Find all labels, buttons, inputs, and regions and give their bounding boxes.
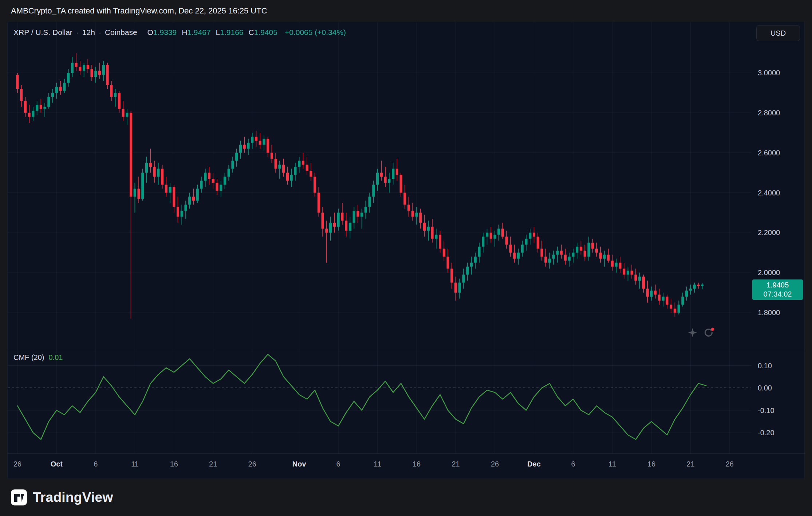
price-scale-label: 1.8000: [758, 308, 780, 317]
tradingview-logo-icon[interactable]: [11, 489, 27, 505]
price-scale-label: 2.0000: [758, 268, 780, 277]
time-axis-label: 6: [336, 460, 340, 468]
currency-toggle-button[interactable]: USD: [756, 25, 800, 41]
time-axis-label: 16: [413, 460, 421, 468]
refresh-icon[interactable]: [703, 327, 714, 338]
indicator-legend: CMF (20) 0.01: [13, 353, 63, 362]
high-label: H: [182, 28, 187, 37]
indicator-name[interactable]: CMF (20): [13, 353, 44, 362]
price-scale-label: 2.8000: [758, 108, 780, 117]
chart-canvas[interactable]: [8, 22, 805, 479]
price-scale-label: 2.4000: [758, 188, 780, 197]
time-axis-label: 6: [94, 460, 98, 468]
time-axis-label: 26: [726, 460, 734, 468]
price-scale-label: 2.2000: [758, 228, 780, 237]
low-label: L: [216, 28, 220, 37]
symbol-name[interactable]: XRP / U.S. Dollar: [13, 28, 72, 37]
indicator-scale-label: 0.00: [758, 384, 772, 392]
attribution-bar: AMBCrypto_TA created with TradingView.co…: [0, 0, 812, 22]
change-value: +0.0065 (+0.34%): [285, 28, 346, 37]
time-axis-label: 11: [131, 460, 139, 468]
price-scale-label: 2.6000: [758, 148, 780, 157]
time-axis-label: 21: [452, 460, 460, 468]
time-axis-label: 16: [647, 460, 655, 468]
interval-label[interactable]: 12h: [82, 28, 95, 37]
low-value: 1.9166: [220, 28, 243, 37]
ohlc-readout: O1.9339 H1.9467 L1.9166 C1.9405: [144, 28, 277, 37]
sparkle-icon[interactable]: [687, 327, 698, 338]
exchange-label[interactable]: Coinbase: [105, 28, 137, 37]
high-value: 1.9467: [187, 28, 210, 37]
time-axis-label: 21: [209, 460, 217, 468]
time-axis-month-label: Dec: [527, 460, 541, 468]
price-scale[interactable]: 1.9405 07:34:02 3.00002.80002.60002.4000…: [751, 22, 805, 453]
attribution-text: AMBCrypto_TA created with TradingView.co…: [11, 6, 267, 16]
bar-countdown: 07:34:02: [752, 290, 803, 299]
time-axis-month-label: Nov: [292, 460, 306, 468]
indicator-value: 0.01: [48, 353, 63, 362]
indicator-scale-label: -0.20: [758, 428, 774, 437]
chart-panel: XRP / U.S. Dollar · 12h · Coinbase O1.93…: [7, 22, 805, 479]
open-value: 1.9339: [153, 28, 177, 37]
close-value: 1.9405: [254, 28, 277, 37]
time-axis[interactable]: 26Oct611162126Nov611162126Dec611162126: [8, 453, 805, 479]
quick-actions: [687, 327, 714, 338]
chart-legend: XRP / U.S. Dollar · 12h · Coinbase O1.93…: [13, 28, 346, 37]
legend-separator: ·: [99, 28, 101, 37]
current-price: 1.9405: [752, 281, 803, 290]
tradingview-logo-text[interactable]: TradingView: [33, 490, 113, 505]
time-axis-label: 26: [491, 460, 499, 468]
time-axis-label: 26: [248, 460, 256, 468]
footer: TradingView: [0, 479, 812, 516]
indicator-scale-label: -0.10: [758, 406, 774, 415]
close-label: C: [249, 28, 254, 37]
time-axis-month-label: Oct: [51, 460, 63, 468]
time-axis-label: 21: [686, 460, 694, 468]
time-axis-label: 6: [571, 460, 575, 468]
open-label: O: [147, 28, 153, 37]
time-axis-label: 26: [13, 460, 21, 468]
time-axis-label: 16: [170, 460, 178, 468]
price-scale-label: 3.0000: [758, 68, 780, 77]
indicator-scale-label: 0.10: [758, 361, 772, 370]
time-axis-label: 11: [608, 460, 616, 468]
current-price-badge: 1.9405 07:34:02: [752, 279, 803, 300]
time-axis-label: 11: [374, 460, 381, 468]
legend-separator: ·: [76, 28, 79, 37]
